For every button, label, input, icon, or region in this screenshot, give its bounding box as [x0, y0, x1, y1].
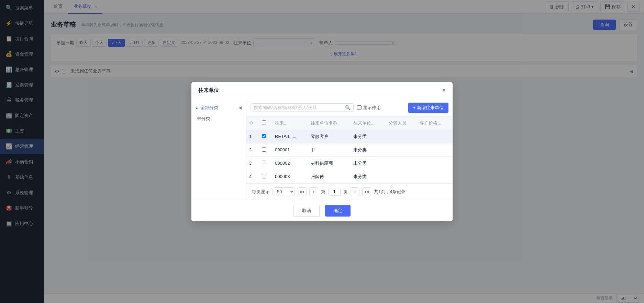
left-panel: ⠿ 全部分类 ◀ 未分类 [191, 99, 246, 200]
right-toolbar: 🔍 显示停用 + 新增往来单位 [246, 99, 453, 117]
table-row[interactable]: 1 RETAIL_... 零散客户 未分类 [246, 130, 453, 143]
row-name: 甲 [308, 143, 351, 156]
left-panel-item-uncategorized[interactable]: 未分类 [191, 113, 246, 125]
search-box: 🔍 [251, 103, 354, 112]
col-name: 往来单位名称 [308, 117, 351, 130]
col-manager: 分管人员 [386, 117, 417, 130]
row-select-checkbox[interactable] [262, 161, 266, 165]
gear-icon[interactable]: ⚙ [249, 120, 253, 126]
dialog-footer: 取消 确定 [191, 200, 453, 221]
table-header-row: ⚙ 往来... 往来单位名称 往来单位... 分管人员 客户价格... [246, 117, 453, 130]
col-price: 客户价格... [417, 117, 453, 130]
left-panel-header[interactable]: ⠿ 全部分类 ◀ [191, 103, 246, 113]
per-page-select[interactable]: 50 [273, 187, 295, 196]
dialog-body: ⠿ 全部分类 ◀ 未分类 🔍 显示停用 [191, 99, 453, 200]
row-manager [386, 170, 417, 183]
partner-dialog: 往来单位 × ⠿ 全部分类 ◀ 未分类 [191, 82, 453, 221]
first-page-button[interactable]: ⏮ [298, 187, 307, 196]
row-code: 000002 [272, 156, 308, 170]
select-all-table-checkbox[interactable] [262, 120, 266, 125]
col-settings: ⚙ [246, 117, 259, 130]
row-category: 未分类 [351, 156, 386, 170]
dialog-header: 往来单位 × [191, 82, 453, 99]
row-code: RETAIL_... [272, 130, 308, 143]
row-select-checkbox[interactable] [262, 147, 266, 152]
row-code: 000003 [272, 170, 308, 183]
row-category: 未分类 [351, 143, 386, 156]
row-price [417, 156, 453, 170]
row-price [417, 170, 453, 183]
col-code: 往来... [272, 117, 308, 130]
all-categories-label: 全部分类 [200, 105, 218, 111]
add-partner-button[interactable]: + 新增往来单位 [408, 103, 448, 113]
row-category: 未分类 [351, 170, 386, 183]
dialog-title: 往来单位 [198, 87, 219, 94]
page-label: 第 [321, 189, 325, 195]
table-row[interactable]: 2 000001 甲 未分类 [246, 143, 453, 156]
row-manager [386, 130, 417, 143]
show-disabled: 显示停用 [357, 105, 381, 111]
dialog-close-button[interactable]: × [442, 87, 446, 94]
col-checkbox [259, 117, 272, 130]
row-code: 000001 [272, 143, 308, 156]
show-disabled-checkbox[interactable] [357, 105, 362, 110]
row-price [417, 143, 453, 156]
row-num: 3 [246, 156, 259, 170]
table-row[interactable]: 3 000002 材料供应商 未分类 [246, 156, 453, 170]
show-disabled-label: 显示停用 [363, 105, 381, 111]
row-name: 张師傅 [308, 170, 351, 183]
row-num: 4 [246, 170, 259, 183]
row-name: 零散客户 [308, 130, 351, 143]
total-label: 共1页，4条记录 [374, 189, 406, 195]
row-checkbox [259, 130, 272, 143]
row-checkbox [259, 143, 272, 156]
confirm-button[interactable]: 确定 [325, 205, 351, 217]
row-category: 未分类 [351, 130, 386, 143]
search-icon: 🔍 [345, 105, 351, 110]
last-page-button[interactable]: ⏭ [362, 187, 371, 196]
pagination: 每页显示 50 ⏮ ‹ 第 页 › ⏭ 共1页，4条记录 [246, 184, 453, 200]
row-price [417, 130, 453, 143]
next-page-button[interactable]: › [351, 187, 359, 196]
row-num: 2 [246, 143, 259, 156]
page-unit: 页 [343, 189, 348, 195]
page-input[interactable] [328, 188, 341, 196]
row-select-checkbox[interactable] [262, 174, 266, 178]
per-page-label: 每页显示 [252, 189, 270, 195]
row-manager [386, 143, 417, 156]
row-checkbox [259, 170, 272, 183]
overlay: 往来单位 × ⠿ 全部分类 ◀ 未分类 [0, 0, 644, 303]
col-category: 往来单位... [351, 117, 386, 130]
search-input[interactable] [254, 105, 343, 110]
row-checkbox [259, 156, 272, 170]
row-num: 1 [246, 130, 259, 143]
data-table: ⚙ 往来... 往来单位名称 往来单位... 分管人员 客户价格... [246, 117, 453, 184]
row-select-checkbox[interactable] [262, 134, 266, 138]
row-manager [386, 156, 417, 170]
row-name: 材料供应商 [308, 156, 351, 170]
right-panel: 🔍 显示停用 + 新增往来单位 ⚙ [246, 99, 453, 200]
collapse-icon[interactable]: ◀ [238, 105, 242, 110]
prev-page-button[interactable]: ‹ [309, 187, 318, 196]
table-row[interactable]: 4 000003 张師傅 未分类 [246, 170, 453, 183]
cancel-button[interactable]: 取消 [293, 205, 320, 217]
grid-icon: ⠿ [196, 105, 199, 110]
